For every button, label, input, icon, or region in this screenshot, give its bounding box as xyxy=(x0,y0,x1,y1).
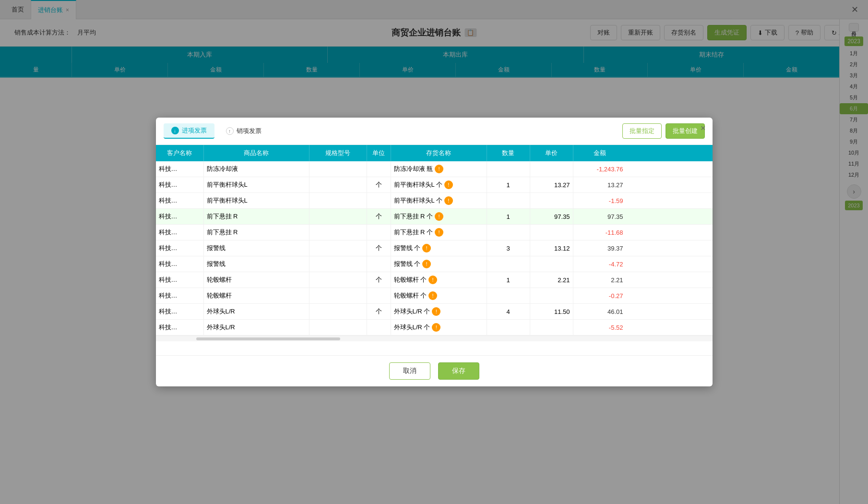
td-amount: 39.37 xyxy=(573,240,626,256)
td-unit xyxy=(367,288,391,303)
warn-icon: ! xyxy=(435,212,443,221)
table-row[interactable]: 科技… 前平衡杆球头L 前平衡杆球头L 个 ! -1.59 xyxy=(156,193,713,209)
modal-tab-in[interactable]: ↓ 进项发票 xyxy=(164,123,214,139)
td-stock: 外球头L/R 个 ! xyxy=(391,304,487,319)
td-unit xyxy=(367,161,391,177)
td-qty xyxy=(487,225,530,240)
th-unit: 单位 xyxy=(367,145,391,161)
th-product: 商品名称 xyxy=(204,145,309,161)
td-qty: 1 xyxy=(487,272,530,288)
td-unit-price xyxy=(530,288,573,303)
td-unit-price: 2.21 xyxy=(530,272,573,288)
td-stock: 防冻冷却液 瓶 ! xyxy=(391,161,487,177)
td-amount: -4.72 xyxy=(573,256,626,272)
tab-in-label: 进项发票 xyxy=(182,126,207,135)
td-unit: 个 xyxy=(367,272,391,288)
table-row[interactable]: 科技… 前下悬挂 R 个 前下悬挂 R 个 ! 1 97.35 97.35 xyxy=(156,209,713,225)
td-amount: 2.21 xyxy=(573,272,626,288)
td-amount: 13.27 xyxy=(573,177,626,192)
td-product: 报警线 xyxy=(204,240,309,256)
td-customer: 科技… xyxy=(156,161,204,177)
td-customer: 科技… xyxy=(156,177,204,192)
td-spec xyxy=(309,240,367,256)
warn-icon: ! xyxy=(432,307,440,316)
modal-table: 客户名称 商品名称 规格型号 单位 存货名称 数量 单价 金额 科技… 防冻冷却… xyxy=(156,145,713,355)
td-spec xyxy=(309,161,367,177)
td-customer: 科技… xyxy=(156,240,204,256)
td-stock: 前下悬挂 R 个 ! xyxy=(391,209,487,224)
td-stock: 前平衡杆球头L 个 ! xyxy=(391,177,487,192)
td-product: 外球头L/R xyxy=(204,320,309,335)
td-unit xyxy=(367,225,391,240)
tab-out-label: 销项发票 xyxy=(237,127,262,135)
td-spec xyxy=(309,304,367,319)
save-button[interactable]: 保存 xyxy=(438,362,479,380)
table-row[interactable]: 科技… 外球头L/R 个 外球头L/R 个 ! 4 11.50 46.01 xyxy=(156,304,713,320)
th-spec: 规格型号 xyxy=(309,145,367,161)
td-amount: -5.52 xyxy=(573,320,626,335)
td-qty xyxy=(487,288,530,303)
td-unit: 个 xyxy=(367,240,391,256)
modal-header: ↓ 进项发票 ↑ 销项发票 批量指定 批量创建 × xyxy=(156,118,713,145)
table-body: 科技… 防冻冷却液 防冻冷却液 瓶 ! -1,243.76 xyxy=(156,161,713,336)
scroll-thumb xyxy=(196,337,340,340)
td-stock: 轮毂螺杆 个 ! xyxy=(391,288,487,303)
warn-icon: ! xyxy=(422,244,431,252)
td-product: 外球头L/R xyxy=(204,304,309,319)
td-qty xyxy=(487,193,530,208)
tab-in-icon: ↓ xyxy=(171,127,179,134)
td-stock: 前下悬挂 R 个 ! xyxy=(391,225,487,240)
table-row[interactable]: 科技… 轮毂螺杆 轮毂螺杆 个 ! -0.27 xyxy=(156,288,713,304)
td-spec xyxy=(309,320,367,335)
td-spec xyxy=(309,256,367,272)
table-scroll-bar[interactable] xyxy=(156,336,713,341)
td-unit-price: 11.50 xyxy=(530,304,573,319)
td-unit-price: 13.27 xyxy=(530,177,573,192)
table-row[interactable]: 科技… 轮毂螺杆 个 轮毂螺杆 个 ! 1 2.21 2.21 xyxy=(156,272,713,288)
td-product: 前平衡杆球头L xyxy=(204,193,309,208)
modal-footer: 取消 保存 xyxy=(156,355,713,386)
modal-header-buttons: 批量指定 批量创建 xyxy=(622,123,705,139)
cancel-button[interactable]: 取消 xyxy=(389,362,430,380)
td-amount: -0.27 xyxy=(573,288,626,303)
td-amount: -1.59 xyxy=(573,193,626,208)
td-product: 报警线 xyxy=(204,256,309,272)
warn-icon: ! xyxy=(444,196,453,205)
td-amount: 46.01 xyxy=(573,304,626,319)
td-spec xyxy=(309,225,367,240)
table-row[interactable]: 科技… 前下悬挂 R 前下悬挂 R 个 ! -11.68 xyxy=(156,225,713,240)
table-row[interactable]: 科技… 外球头L/R 外球头L/R 个 ! -5.52 xyxy=(156,320,713,336)
td-unit-price xyxy=(530,193,573,208)
batch-assign-button[interactable]: 批量指定 xyxy=(622,123,662,139)
th-amount: 金额 xyxy=(573,145,626,161)
table-header: 客户名称 商品名称 规格型号 单位 存货名称 数量 单价 金额 xyxy=(156,145,713,161)
td-unit-price xyxy=(530,161,573,177)
warn-icon: ! xyxy=(428,291,437,300)
td-qty xyxy=(487,161,530,177)
td-spec xyxy=(309,177,367,192)
modal-tab-out[interactable]: ↑ 销项发票 xyxy=(218,124,269,138)
th-stock: 存货名称 xyxy=(391,145,487,161)
td-unit xyxy=(367,320,391,335)
batch-create-button[interactable]: 批量创建 xyxy=(666,123,705,139)
warn-icon: ! xyxy=(432,323,440,332)
table-row[interactable]: 科技… 报警线 个 报警线 个 ! 3 13.12 39.37 xyxy=(156,240,713,256)
td-product: 轮毂螺杆 xyxy=(204,288,309,303)
modal-overlay: ↓ 进项发票 ↑ 销项发票 批量指定 批量创建 × 客户名称 商品名称 xyxy=(0,0,868,504)
td-unit xyxy=(367,256,391,272)
td-product: 轮毂螺杆 xyxy=(204,272,309,288)
td-spec xyxy=(309,288,367,303)
main-area: 销售成本计算方法： 月平均 商贸企业进销台账 📋 对账 重新开账 存货别名 生成… xyxy=(0,19,868,504)
td-product: 前下悬挂 R xyxy=(204,209,309,224)
td-qty xyxy=(487,320,530,335)
modal-close-button[interactable]: × xyxy=(701,123,706,133)
td-customer: 科技… xyxy=(156,304,204,319)
td-customer: 科技… xyxy=(156,272,204,288)
td-customer: 科技… xyxy=(156,193,204,208)
table-row[interactable]: 科技… 防冻冷却液 防冻冷却液 瓶 ! -1,243.76 xyxy=(156,161,713,177)
table-row[interactable]: 科技… 报警线 报警线 个 ! -4.72 xyxy=(156,256,713,272)
td-customer: 科技… xyxy=(156,288,204,303)
table-row[interactable]: 科技… 前平衡杆球头L 个 前平衡杆球头L 个 ! 1 13.27 13.27 xyxy=(156,177,713,193)
td-product: 前平衡杆球头L xyxy=(204,177,309,192)
td-unit-price: 97.35 xyxy=(530,209,573,224)
